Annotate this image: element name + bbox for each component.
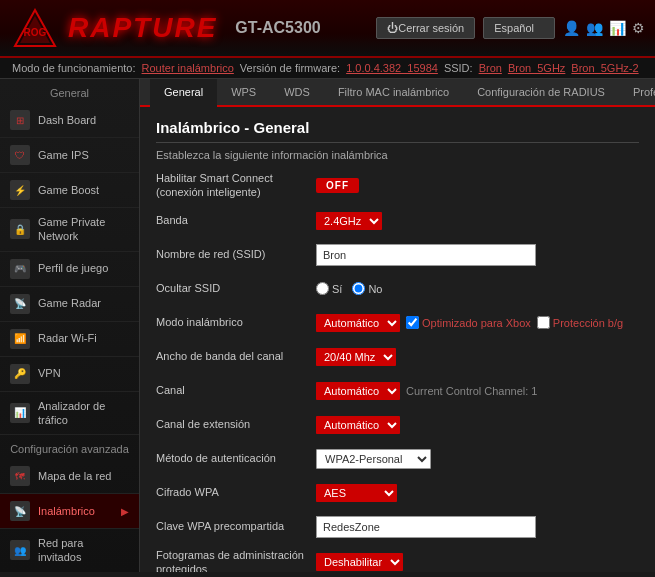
control-fotogramas: Deshabilitar Habilitar Capaz — [316, 553, 639, 571]
tab-general[interactable]: General — [150, 79, 217, 107]
chart-icon[interactable]: 📊 — [609, 20, 626, 36]
users-icon[interactable]: 👥 — [586, 20, 603, 36]
sidebar-item-gameboost[interactable]: ⚡ Game Boost — [0, 173, 139, 208]
sidebar-label-vpn: VPN — [38, 366, 61, 380]
label-clave: Clave WPA precompartida — [156, 519, 316, 533]
model-name: GT-AC5300 — [235, 19, 320, 37]
label-cifrado: Cifrado WPA — [156, 485, 316, 499]
form-row-fotogramas: Fotogramas de administración protegidos … — [156, 548, 639, 572]
content-area: General WPS WDS Filtro MAC inalámbrico C… — [140, 79, 655, 572]
sidebar: General ⊞ Dash Board 🛡 Game IPS ⚡ Game B… — [0, 79, 140, 572]
settings-icon[interactable]: ⚙ — [632, 20, 645, 36]
control-cifrado: AES TKIP AES+TKIP — [316, 484, 639, 502]
user-icon[interactable]: 👤 — [563, 20, 580, 36]
ssid-link-3[interactable]: Bron_5GHz-2 — [571, 62, 638, 74]
canal-ext-select[interactable]: Automático Superior Inferior — [316, 416, 400, 434]
ocultar-no-radio[interactable] — [352, 282, 365, 295]
ssid-input[interactable] — [316, 244, 536, 266]
proteccion-checkbox[interactable] — [537, 316, 550, 329]
brand-name: RAPTURE — [68, 12, 217, 44]
ocultar-si-radio[interactable] — [316, 282, 329, 295]
info-bar: Modo de funcionamiento: Router inalámbri… — [0, 58, 655, 79]
label-smartconnect: Habilitar Smart Connect (conexión inteli… — [156, 171, 316, 200]
proteccion-checkbox-label[interactable]: Protección b/g — [537, 316, 623, 329]
gameips-icon: 🛡 — [10, 145, 30, 165]
ssid-link-2[interactable]: Bron_5GHz — [508, 62, 565, 74]
label-modo-inalambrico: Modo inalámbrico — [156, 315, 316, 329]
tab-wds[interactable]: WDS — [270, 79, 324, 107]
header-icons: 👤 👥 📊 ⚙ — [563, 20, 645, 36]
sidebar-item-radarwifi[interactable]: 📶 Radar Wi-Fi — [0, 322, 139, 357]
form-row-cifrado: Cifrado WPA AES TKIP AES+TKIP — [156, 480, 639, 506]
autenticacion-select[interactable]: WPA2-Personal WPA-Personal WPA2-Enterpri… — [316, 449, 431, 469]
control-ancho: 20/40 Mhz 20 Mhz 40 Mhz — [316, 348, 639, 366]
sidebar-label-radarwifi: Radar Wi-Fi — [38, 331, 97, 345]
sidebar-label-inalambrico: Inalámbrico — [38, 504, 95, 518]
sidebar-item-perfil[interactable]: 🎮 Perfil de juego — [0, 252, 139, 287]
cifrado-select[interactable]: AES TKIP AES+TKIP — [316, 484, 397, 502]
modo-select[interactable]: Automático N only AC only — [316, 314, 400, 332]
ocultar-no-label[interactable]: No — [352, 282, 382, 295]
gameprivate-icon: 🔒 — [10, 219, 30, 239]
control-banda: 2.4GHz 5GHz-1 5GHz-2 — [316, 212, 639, 230]
tab-radius[interactable]: Configuración de RADIUS — [463, 79, 619, 107]
firmware-link[interactable]: 1.0.0.4.382_15984 — [346, 62, 438, 74]
sidebar-section-avanzada: Configuración avanzada — [0, 435, 139, 459]
label-ocultar: Ocultar SSID — [156, 281, 316, 295]
control-canal-ext: Automático Superior Inferior — [316, 416, 639, 434]
gameboost-icon: ⚡ — [10, 180, 30, 200]
form-row-banda: Banda 2.4GHz 5GHz-1 5GHz-2 — [156, 208, 639, 234]
smartconnect-toggle[interactable]: OFF — [316, 178, 359, 193]
router-link[interactable]: Router inalámbrico — [142, 62, 234, 74]
tab-filtro-mac[interactable]: Filtro MAC inalámbrico — [324, 79, 463, 107]
header: ROG RAPTURE GT-AC5300 ⏻Cerrar sesión Esp… — [0, 0, 655, 58]
rog-logo: ROG — [10, 8, 60, 48]
language-button[interactable]: Español — [483, 17, 555, 39]
sidebar-label-trafico: Analizador de tráfico — [38, 399, 129, 428]
firmware-label: Versión de firmware: — [240, 62, 340, 74]
xbox-checkbox-label[interactable]: Optimizado para Xbox — [406, 316, 531, 329]
form-row-clave: Clave WPA precompartida — [156, 514, 639, 540]
vpn-icon: 🔑 — [10, 364, 30, 384]
header-right: ⏻Cerrar sesión Español 👤 👥 📊 ⚙ — [376, 17, 645, 39]
control-clave — [316, 516, 639, 538]
sidebar-label-mapa: Mapa de la red — [38, 469, 111, 483]
sidebar-item-gameips[interactable]: 🛡 Game IPS — [0, 138, 139, 173]
label-canal: Canal — [156, 383, 316, 397]
label-canal-ext: Canal de extensión — [156, 417, 316, 431]
form-row-canal: Canal Automático 1 2 3 Current Control C… — [156, 378, 639, 404]
sidebar-item-gameradar[interactable]: 📡 Game Radar — [0, 287, 139, 322]
sidebar-label-gameprivate: Game Private Network — [38, 215, 129, 244]
sidebar-item-dashboard[interactable]: ⊞ Dash Board — [0, 103, 139, 138]
label-ancho: Ancho de banda del canal — [156, 349, 316, 363]
tab-wps[interactable]: WPS — [217, 79, 270, 107]
trafico-icon: 📊 — [10, 403, 30, 423]
form-row-ocultar: Ocultar SSID Sí No — [156, 276, 639, 302]
ancho-select[interactable]: 20/40 Mhz 20 Mhz 40 Mhz — [316, 348, 396, 366]
xbox-checkbox[interactable] — [406, 316, 419, 329]
cerrar-sesion-button[interactable]: ⏻Cerrar sesión — [376, 17, 475, 39]
sidebar-label-gameboost: Game Boost — [38, 183, 99, 197]
canal-select[interactable]: Automático 1 2 3 — [316, 382, 400, 400]
fotogramas-select[interactable]: Deshabilitar Habilitar Capaz — [316, 553, 403, 571]
label-ssid: Nombre de red (SSID) — [156, 247, 316, 261]
tabs-bar: General WPS WDS Filtro MAC inalámbrico C… — [140, 79, 655, 107]
sidebar-item-vpn[interactable]: 🔑 VPN — [0, 357, 139, 392]
ocultar-si-label[interactable]: Sí — [316, 282, 342, 295]
label-fotogramas: Fotogramas de administración protegidos — [156, 548, 316, 572]
ssid-link-1[interactable]: Bron — [479, 62, 502, 74]
sidebar-item-gameprivate[interactable]: 🔒 Game Private Network — [0, 208, 139, 252]
sidebar-item-invitados[interactable]: 👥 Red para invitados — [0, 529, 139, 572]
form-row-modo: Modo inalámbrico Automático N only AC on… — [156, 310, 639, 336]
sidebar-item-trafico[interactable]: 📊 Analizador de tráfico — [0, 392, 139, 436]
sidebar-item-inalambrico[interactable]: 📡 Inalámbrico ▶ — [0, 494, 139, 529]
tab-professional[interactable]: Professional — [619, 79, 655, 107]
form-row-ssid: Nombre de red (SSID) — [156, 242, 639, 268]
sidebar-item-mapa[interactable]: 🗺 Mapa de la red — [0, 459, 139, 494]
modo-label: Modo de funcionamiento: — [12, 62, 136, 74]
page-subtitle: Establezca la siguiente información inal… — [156, 149, 639, 161]
label-autenticacion: Método de autenticación — [156, 451, 316, 465]
clave-input[interactable] — [316, 516, 536, 538]
canal-info: Current Control Channel: 1 — [406, 385, 537, 397]
banda-select[interactable]: 2.4GHz 5GHz-1 5GHz-2 — [316, 212, 382, 230]
